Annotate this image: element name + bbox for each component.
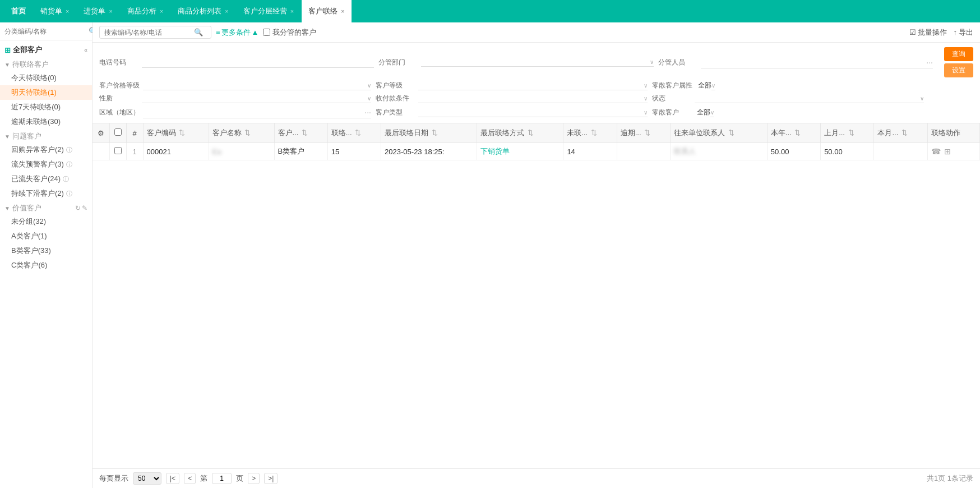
- dots-icon[interactable]: ···: [364, 108, 371, 117]
- contact-method-link[interactable]: 下销货单: [480, 147, 510, 155]
- sort-icon: ⇅: [244, 128, 251, 137]
- query-button[interactable]: 查询: [944, 47, 973, 61]
- nav-sales-order[interactable]: 销货单 ×: [34, 0, 76, 22]
- sidebar-item-tomorrow-contact[interactable]: 明天待联络(1): [0, 85, 92, 100]
- sidebar-item-class-c[interactable]: C类客户(6): [0, 258, 92, 273]
- contact-person-blurred: 联系人: [674, 147, 696, 155]
- sidebar-item-today-contact[interactable]: 今天待联络(0): [0, 71, 92, 85]
- col-customer-type[interactable]: 客户... ⇅: [274, 123, 327, 143]
- close-icon[interactable]: ×: [160, 8, 163, 15]
- close-icon[interactable]: ×: [66, 8, 69, 15]
- filter-price-level-select[interactable]: ∨: [143, 81, 371, 90]
- grid-icon: ⊞: [4, 46, 11, 54]
- chevron-down-icon: ∨: [367, 82, 371, 89]
- first-page-button[interactable]: |<: [166, 473, 179, 484]
- sort-icon: ⇅: [528, 128, 534, 137]
- filter-search-box[interactable]: 🔍: [99, 26, 211, 39]
- sidebar-item-7days-contact[interactable]: 近7天待联络(0): [0, 100, 92, 114]
- nav-product-analysis[interactable]: 商品分析 ×: [121, 0, 170, 22]
- sidebar-item-all-customers[interactable]: ⊞ 全部客户 «: [0, 43, 92, 57]
- dots-icon[interactable]: ···: [926, 58, 933, 67]
- select-all-checkbox[interactable]: [114, 128, 122, 136]
- filter-region-select[interactable]: ···: [143, 107, 371, 118]
- refresh-icon[interactable]: ↻: [75, 204, 81, 212]
- close-icon[interactable]: ×: [341, 8, 344, 15]
- next-page-button[interactable]: >: [248, 473, 260, 484]
- sort-icon: ⇅: [794, 128, 801, 137]
- close-icon[interactable]: ×: [225, 8, 228, 15]
- close-icon[interactable]: ×: [290, 8, 294, 15]
- qr-icon[interactable]: ⊞: [944, 147, 951, 156]
- more-conditions-button[interactable]: ≡ 更多条件 ▲: [216, 27, 258, 38]
- filter-customer-level-select[interactable]: ∨: [418, 81, 648, 90]
- total-info: 共1页 1条记录: [927, 473, 973, 484]
- sidebar-item-ungrouped[interactable]: 未分组(32): [0, 214, 92, 229]
- nav-purchase-order[interactable]: 进货单 ×: [77, 0, 119, 22]
- filter-manager-select[interactable]: ···: [701, 57, 933, 68]
- edit-icon[interactable]: ✎: [82, 204, 87, 212]
- sidebar-item-churn-warning[interactable]: 流失预警客户(3) ⓘ: [0, 157, 92, 172]
- cell-checkbox[interactable]: [109, 143, 126, 160]
- sidebar-search-input[interactable]: [4, 27, 89, 35]
- sidebar-item-class-b[interactable]: B类客户(33): [0, 243, 92, 258]
- filter-row-3: 性质 ∨ 收付款条件 ∨ 状态 ∨: [99, 94, 973, 103]
- sort-icon: ⇅: [355, 128, 361, 137]
- col-last-contact-method[interactable]: 最后联络方式 ⇅: [477, 123, 563, 143]
- col-contact-count[interactable]: 联络... ⇅: [327, 123, 381, 143]
- sidebar-group-pending[interactable]: ▼ 待联络客户: [0, 57, 92, 71]
- cell-contact-person: 联系人: [670, 143, 767, 160]
- col-contact-person[interactable]: 往来单位联系人 ⇅: [670, 123, 767, 143]
- col-uncontacted[interactable]: 未联... ⇅: [563, 123, 617, 143]
- sidebar-item-repurchase-abnormal[interactable]: 回购异常客户(2) ⓘ: [0, 142, 92, 157]
- col-last-contact-date[interactable]: 最后联络日期 ⇅: [381, 123, 477, 143]
- filter-manager-label: 分管人员: [658, 58, 697, 67]
- filter-retail-customer: 零散客户 全部 ∨: [652, 108, 924, 117]
- filter-customer-type-select[interactable]: ∨: [418, 108, 648, 117]
- page-number-input[interactable]: [212, 473, 232, 484]
- col-settings[interactable]: ⚙: [93, 123, 109, 143]
- col-this-year[interactable]: 本年... ⇅: [767, 123, 820, 143]
- nav-home[interactable]: 首页: [4, 0, 33, 22]
- filter-search-input[interactable]: [104, 29, 194, 36]
- col-last-month[interactable]: 上月... ⇅: [821, 123, 874, 143]
- sidebar-item-declining[interactable]: 持续下滑客户(2) ⓘ: [0, 186, 92, 201]
- cell-last-contact-method[interactable]: 下销货单: [477, 143, 563, 160]
- nav-product-analysis-list[interactable]: 商品分析列表 ×: [171, 0, 235, 22]
- sidebar-item-overdue-contact[interactable]: 逾期未联络(30): [0, 114, 92, 129]
- my-customers-checkbox[interactable]: 我分管的客户: [263, 27, 316, 38]
- setting-button[interactable]: 设置: [944, 63, 973, 77]
- row-checkbox[interactable]: [114, 147, 122, 154]
- sidebar-item-churned[interactable]: 已流失客户(24) ⓘ: [0, 172, 92, 186]
- page-unit: 页: [236, 473, 243, 484]
- nav-customer-segment[interactable]: 客户分层经营 ×: [237, 0, 301, 22]
- chevron-down-icon: ∨: [710, 109, 714, 116]
- main-layout: 🔍 ⊞ 全部客户 « ▼ 待联络客户 今天待联络(0) 明天待联络(1) 近7天…: [0, 22, 980, 488]
- per-page-select[interactable]: 50 100 200: [133, 472, 161, 485]
- filter-dept: 分管部门 ∨: [378, 58, 653, 67]
- my-customers-check[interactable]: [263, 29, 270, 36]
- sidebar-item-class-a[interactable]: A类客户(1): [0, 229, 92, 243]
- col-customer-name[interactable]: 客户名称 ⇅: [209, 123, 274, 143]
- last-page-button[interactable]: >|: [264, 473, 278, 484]
- sidebar-group-value[interactable]: ▼ 价值客户 ↻ ✎: [0, 201, 92, 214]
- filter-nature-select[interactable]: ∨: [142, 94, 371, 103]
- col-this-month[interactable]: 本月... ⇅: [874, 123, 927, 143]
- filter-retail-attr-select[interactable]: ∨: [711, 81, 715, 90]
- batch-operation-button[interactable]: ☑ 批量操作: [909, 27, 947, 38]
- nav-customer-contact[interactable]: 客户联络 ×: [302, 0, 351, 22]
- col-overdue[interactable]: 逾期... ⇅: [617, 123, 670, 143]
- prev-page-button[interactable]: <: [184, 473, 196, 484]
- filter-payment-select[interactable]: ∨: [418, 94, 648, 103]
- close-icon[interactable]: ×: [109, 8, 112, 15]
- search-icon[interactable]: 🔍: [194, 28, 203, 36]
- col-customer-code[interactable]: 客户编码 ⇅: [143, 123, 209, 143]
- filter-dept-select[interactable]: ∨: [421, 58, 653, 67]
- filter-retail-customer-select[interactable]: ∨: [710, 108, 714, 117]
- filter-status-select[interactable]: ∨: [695, 94, 924, 103]
- chevron-down-icon: ∨: [650, 59, 654, 65]
- sidebar-group-problem[interactable]: ▼ 问题客户: [0, 129, 92, 142]
- phone-icon[interactable]: ☎: [931, 147, 941, 156]
- cell-overdue: [617, 143, 670, 160]
- export-button[interactable]: ↑ 导出: [954, 27, 974, 38]
- filter-phone-input[interactable]: [142, 57, 374, 68]
